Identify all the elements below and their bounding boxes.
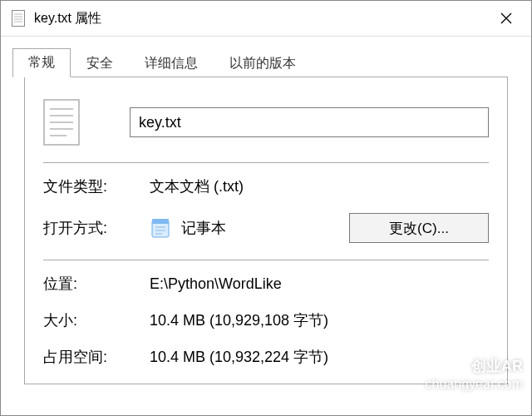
field-size-on-disk: 占用空间: 10.4 MB (10,932,224 字节): [43, 347, 489, 367]
open-with-app: 记事本: [181, 218, 349, 238]
titlebar: key.txt 属性: [1, 1, 531, 37]
window-title: key.txt 属性: [34, 10, 488, 27]
tabs-wrap: 常规 安全 详细信息 以前的版本: [1, 37, 531, 396]
size-label: 大小:: [43, 310, 150, 330]
tabs: 常规 安全 详细信息 以前的版本: [12, 48, 520, 77]
close-button[interactable]: [488, 1, 525, 36]
tab-previous-versions[interactable]: 以前的版本: [214, 49, 312, 77]
file-icon: [11, 9, 26, 27]
change-button[interactable]: 更改(C)...: [349, 213, 489, 243]
document-icon: [43, 99, 80, 146]
separator: [43, 162, 489, 163]
size-on-disk-label: 占用空间:: [43, 347, 150, 367]
size-value: 10.4 MB (10,929,108 字节): [150, 310, 489, 330]
location-value: E:\Python\WordLike: [150, 275, 489, 293]
tab-general[interactable]: 常规: [12, 48, 71, 77]
svg-rect-0: [12, 11, 25, 27]
separator: [43, 260, 489, 260]
svg-rect-12: [152, 219, 169, 224]
general-panel: 文件类型: 文本文档 (.txt) 打开方式: 记事本 更改(C)...: [24, 77, 508, 384]
filename-input[interactable]: [130, 107, 489, 137]
field-file-type: 文件类型: 文本文档 (.txt): [43, 176, 489, 196]
field-location: 位置: E:\Python\WordLike: [43, 274, 489, 294]
size-on-disk-value: 10.4 MB (10,932,224 字节): [150, 347, 489, 367]
properties-dialog: key.txt 属性 常规 安全 详细信息 以前的版本: [0, 0, 532, 416]
field-open-with: 打开方式: 记事本 更改(C)...: [43, 213, 489, 243]
tab-security[interactable]: 安全: [71, 49, 129, 77]
notepad-icon: [150, 217, 171, 239]
file-type-value: 文本文档 (.txt): [150, 176, 489, 196]
field-size: 大小: 10.4 MB (10,929,108 字节): [43, 310, 489, 330]
tab-details[interactable]: 详细信息: [129, 49, 214, 77]
open-with-label: 打开方式:: [43, 218, 150, 238]
location-label: 位置:: [43, 274, 150, 294]
filename-row: [43, 94, 489, 151]
file-type-label: 文件类型:: [43, 176, 150, 196]
